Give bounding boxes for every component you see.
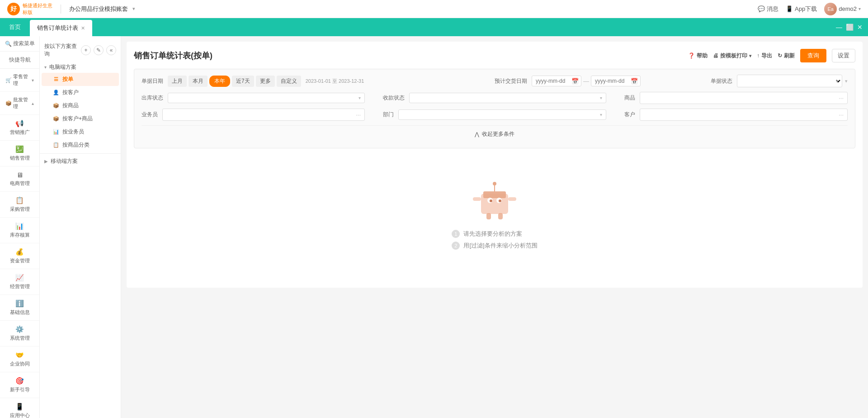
collapse-bar[interactable]: ⋀ 收起更多条件 <box>142 126 848 142</box>
settings-btn[interactable]: 设置 <box>832 49 855 62</box>
sidebar-menu: 🛒 零售管理 ▾ 📦 批发管理 ▴ 📢 营销推广 💹 销售管理 🖥 电商管理 <box>0 69 39 418</box>
goods-select-box[interactable]: ··· <box>640 92 848 104</box>
mobile-section-title: 移动端方案 <box>51 157 78 165</box>
this-month-btn[interactable]: 本月 <box>189 76 208 87</box>
expected-delivery-label: 预计交货日期 <box>495 77 527 85</box>
user-area[interactable]: Ea demo2 ▾ <box>824 3 861 15</box>
salesman-dots-icon: ··· <box>356 111 361 118</box>
tip-num-2: 2 <box>452 242 460 250</box>
sidebar-item-inventory[interactable]: 📊 库存核算 <box>0 218 39 243</box>
customer-select-box[interactable]: ··· <box>640 109 848 121</box>
purchase-icon: 📋 <box>15 196 24 204</box>
logo-area: 好 畅捷通好生意 标版 <box>7 2 52 15</box>
svg-rect-9 <box>508 197 516 201</box>
logo-icon: 好 <box>7 3 20 15</box>
salesman-label: 业务员 <box>142 111 158 119</box>
last-7-days-btn[interactable]: 近7天 <box>232 76 254 87</box>
sidebar-item-system[interactable]: ⚙️ 系统管理 <box>0 321 39 347</box>
svg-point-4 <box>490 200 492 202</box>
operation-icon: 📈 <box>15 274 24 282</box>
sidebar-item-finance[interactable]: 💰 资金管理 <box>0 243 39 269</box>
enterprise-icon: 🤝 <box>15 351 24 359</box>
filter-customer-cell: 客户 ··· <box>624 109 848 121</box>
add-scheme-btn[interactable]: + <box>81 45 91 55</box>
last-month-btn[interactable]: 上月 <box>168 76 187 87</box>
svg-rect-11 <box>498 213 503 219</box>
this-year-btn[interactable]: 本年 <box>209 76 230 87</box>
empty-tip-1: 1 请先选择要分析的方案 <box>452 230 537 238</box>
order-status-select[interactable] <box>737 75 842 87</box>
filter-payment-cell: 收款状态 ▾ <box>383 93 606 103</box>
panel-item-by-customer[interactable]: 👤 按客户 <box>42 86 119 99</box>
tab-close-icon[interactable]: ✕ <box>81 25 85 31</box>
by-customer-goods-icon: 📦 <box>52 115 60 123</box>
mobile-section-header[interactable]: ▶ 移动端方案 <box>40 156 121 167</box>
expected-delivery-from-wrap: 📅 <box>532 76 581 86</box>
panel-item-by-customer-goods[interactable]: 📦 按客户+商品 <box>42 112 119 125</box>
search-menu-btn[interactable]: 🔍 搜索菜单 <box>4 40 36 48</box>
panel-item-by-salesman[interactable]: 📊 按业务员 <box>42 125 119 138</box>
minimize-btn[interactable]: — <box>836 24 842 31</box>
left-panel: 按以下方案查询 + ✎ « ▾ 电脑端方案 ☰ 按单 👤 按客户 📦 按商品 <box>40 36 121 418</box>
panel-item-by-order[interactable]: ☰ 按单 <box>42 73 119 86</box>
query-btn[interactable]: 查询 <box>800 49 826 62</box>
tab-home[interactable]: 首页 <box>0 18 30 36</box>
expected-delivery-range: 📅 — 📅 <box>532 76 641 86</box>
svg-point-7 <box>493 182 496 185</box>
date-range-sep: — <box>583 78 589 85</box>
more-date-btn[interactable]: 更多 <box>256 76 275 87</box>
salesman-select-box[interactable]: ··· <box>162 109 365 121</box>
by-goods-icon: 📦 <box>52 102 60 109</box>
date-controls: 上月 本月 本年 近7天 更多 自定义 <box>168 76 301 87</box>
goods-dots-icon: ··· <box>839 95 844 101</box>
breadcrumb: 办公用品行业模拟账套 <box>69 5 128 13</box>
sidebar-item-basic[interactable]: ℹ️ 基础信息 <box>0 295 39 321</box>
quick-nav-btn[interactable]: 快捷导航 <box>0 52 39 69</box>
sidebar-item-newbie[interactable]: 🎯 新手引导 <box>0 372 39 398</box>
template-print-btn[interactable]: 🖨 按模板打印 ▾ <box>713 52 751 60</box>
sidebar-item-operation[interactable]: 📈 经营管理 <box>0 269 39 295</box>
sidebar-item-marketing[interactable]: 📢 营销推广 <box>0 115 39 141</box>
filter-order-status-cell: 单据状态 ▾ <box>711 75 848 87</box>
search-icon: 🔍 <box>5 41 12 47</box>
sidebar-item-sales[interactable]: 💹 销售管理 <box>0 141 39 166</box>
shipment-status-select-box[interactable]: ▾ <box>168 93 365 103</box>
pc-section-title: 电脑端方案 <box>49 63 76 71</box>
date-label: 单据日期 <box>142 77 163 85</box>
filter-goods-cell: 商品 ··· <box>624 92 848 104</box>
sidebar-item-purchase[interactable]: 📋 采购管理 <box>0 192 39 218</box>
empty-tips: 1 请先选择要分析的方案 2 用[过滤]条件来缩小分析范围 <box>452 230 537 253</box>
export-btn[interactable]: ↑ 导出 <box>757 52 772 60</box>
pc-section-header[interactable]: ▾ 电脑端方案 <box>40 62 121 73</box>
sidebar-item-enterprise[interactable]: 🤝 企业协同 <box>0 347 39 372</box>
page-title-text: 销售订单统计表(按单) <box>134 50 212 61</box>
sidebar: 🔍 搜索菜单 快捷导航 🛒 零售管理 ▾ 📦 批发管理 ▴ 📢 营销推广 <box>0 36 40 418</box>
sidebar-item-ecommerce[interactable]: 🖥 电商管理 <box>0 166 39 192</box>
sidebar-item-appstore[interactable]: 📱 应用中心 <box>0 398 39 418</box>
messages-btn[interactable]: 💬 消息 <box>758 5 778 13</box>
maximize-btn[interactable]: ⬜ <box>846 24 854 31</box>
user-dropdown-icon: ▾ <box>859 6 861 11</box>
collapse-panel-btn[interactable]: « <box>106 45 116 55</box>
custom-date-btn[interactable]: 自定义 <box>277 76 301 87</box>
refresh-btn[interactable]: ↻ 刷新 <box>778 52 795 60</box>
by-salesman-icon: 📊 <box>52 128 60 136</box>
panel-item-by-goods[interactable]: 📦 按商品 <box>42 99 119 112</box>
panel-item-by-category[interactable]: 📋 按商品分类 <box>42 138 119 152</box>
order-status-select-wrap[interactable] <box>737 75 842 87</box>
sidebar-item-retail[interactable]: 🛒 零售管理 ▾ <box>0 69 39 92</box>
app-download-btn[interactable]: 📱 App下载 <box>786 5 817 13</box>
sidebar-search-area[interactable]: 🔍 搜索菜单 <box>0 36 39 52</box>
breadcrumb-dropdown-icon[interactable]: ▾ <box>132 6 135 12</box>
close-btn[interactable]: ✕ <box>857 24 863 31</box>
edit-scheme-btn[interactable]: ✎ <box>94 45 104 55</box>
calendar-from-icon: 📅 <box>571 78 579 85</box>
user-avatar: Ea <box>824 3 837 15</box>
department-select-box[interactable]: ▾ <box>398 109 606 120</box>
tab-sales-order[interactable]: 销售订单统计表 ✕ <box>30 20 92 36</box>
help-btn[interactable]: ❓ 帮助 <box>688 52 708 60</box>
sidebar-item-wholesale[interactable]: 📦 批发管理 ▴ <box>0 92 39 115</box>
payment-status-select-box[interactable]: ▾ <box>409 93 606 103</box>
tip-num-1: 1 <box>452 230 460 238</box>
svg-point-5 <box>499 200 501 202</box>
